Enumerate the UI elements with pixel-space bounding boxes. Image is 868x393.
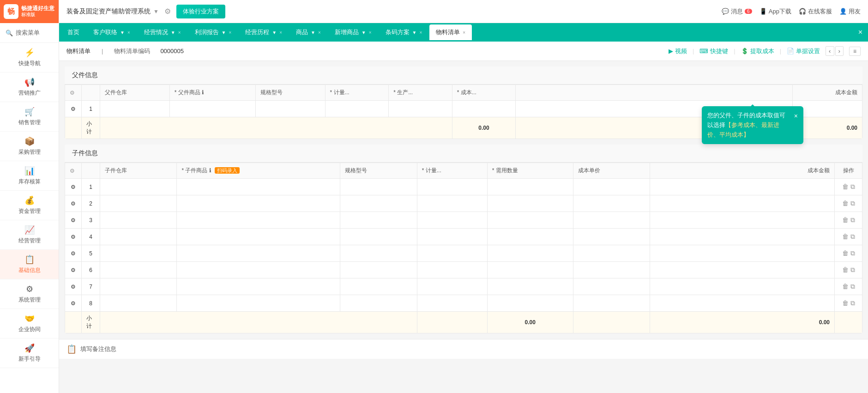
delete-icon[interactable]: 🗑 — [842, 233, 849, 241]
child-row-unit[interactable] — [417, 245, 487, 262]
row-settings-icon[interactable]: ⚙ — [71, 234, 76, 240]
child-settings-icon[interactable]: ⚙ — [70, 168, 75, 174]
child-row-warehouse[interactable] — [100, 295, 177, 312]
delete-icon[interactable]: 🗑 — [842, 200, 849, 207]
row-settings-icon[interactable]: ⚙ — [71, 200, 76, 207]
child-row-qty[interactable] — [487, 229, 573, 245]
child-row-warehouse[interactable] — [100, 278, 177, 295]
tab-new-goods-close[interactable]: × — [369, 30, 372, 35]
next-page-btn[interactable]: › — [835, 46, 844, 56]
child-row-goods[interactable] — [177, 212, 340, 229]
copy-icon[interactable]: ⧉ — [850, 249, 855, 257]
sidebar-item-quicknav[interactable]: ⚡ 快捷导航 — [0, 43, 59, 73]
child-row-unit[interactable] — [417, 278, 487, 295]
child-row-settings[interactable]: ⚙ — [65, 195, 82, 212]
child-row-unit[interactable] — [417, 229, 487, 245]
copy-icon[interactable]: ⧉ — [850, 183, 855, 191]
tab-operations[interactable]: 经营情况 ▼ × — [138, 24, 187, 40]
sidebar-item-collab[interactable]: 🤝 企业协同 — [0, 309, 59, 339]
parent-row1-settings[interactable]: ⚙ — [65, 101, 82, 117]
child-row-unit[interactable] — [417, 262, 487, 278]
copy-icon[interactable]: ⧉ — [850, 216, 855, 224]
child-row-unit[interactable] — [417, 212, 487, 229]
parent-row1-goods[interactable] — [169, 101, 255, 117]
search-menu-btn[interactable]: 🔍 搜索菜单 — [4, 27, 55, 39]
list-view-btn[interactable]: ≡ — [849, 47, 861, 56]
child-row-spec[interactable] — [340, 229, 417, 245]
app-download-btn[interactable]: 📱 App下载 — [760, 7, 791, 16]
tab-goods[interactable]: 商品 ▼ × — [289, 24, 327, 40]
prev-page-btn[interactable]: ‹ — [826, 46, 834, 56]
child-row-unit-price[interactable] — [573, 179, 650, 195]
delete-icon[interactable]: 🗑 — [842, 216, 849, 224]
row-settings-icon[interactable]: ⚙ — [71, 284, 76, 290]
extract-cost-action[interactable]: 💲 提取成本 — [741, 47, 774, 55]
child-row-unit-price[interactable] — [573, 262, 650, 278]
delete-icon[interactable]: 🗑 — [842, 249, 849, 257]
child-row-qty[interactable] — [487, 278, 573, 295]
sidebar-item-system[interactable]: ⚙ 系统管理 — [0, 279, 59, 309]
sidebar-item-purchase[interactable]: 📦 采购管理 — [0, 132, 59, 161]
child-row-unit[interactable] — [417, 195, 487, 212]
child-row-goods[interactable] — [177, 195, 340, 212]
child-row-warehouse[interactable] — [100, 245, 177, 262]
child-row-qty[interactable] — [487, 195, 573, 212]
copy-icon[interactable]: ⧉ — [850, 266, 855, 274]
parent-row1-unit[interactable] — [325, 101, 389, 117]
copy-icon[interactable]: ⧉ — [850, 200, 855, 207]
tab-customer[interactable]: 客户联络 ▼ × — [87, 24, 137, 40]
tab-home[interactable]: 首页 — [61, 24, 86, 40]
child-row-spec[interactable] — [340, 278, 417, 295]
nav-close-all-btn[interactable]: × — [855, 26, 866, 38]
parent-row1-production[interactable] — [389, 101, 452, 117]
child-row-spec[interactable] — [340, 195, 417, 212]
child-row-settings[interactable]: ⚙ — [65, 229, 82, 245]
tab-profit-close[interactable]: × — [229, 30, 231, 35]
online-service-btn[interactable]: 🎧 在线客服 — [799, 7, 832, 16]
child-row-goods[interactable] — [177, 179, 340, 195]
row-settings-icon[interactable]: ⚙ — [71, 184, 76, 190]
child-row-unit-price[interactable] — [573, 212, 650, 229]
child-row-settings[interactable]: ⚙ — [65, 179, 82, 195]
child-row-qty[interactable] — [487, 262, 573, 278]
tooltip-close-btn[interactable]: × — [794, 111, 798, 121]
copy-icon[interactable]: ⧉ — [850, 299, 855, 307]
settings-icon[interactable]: ⚙ — [70, 90, 75, 96]
copy-icon[interactable]: ⧉ — [850, 283, 855, 290]
tab-ops-close[interactable]: × — [178, 30, 181, 35]
child-row-unit-price[interactable] — [573, 278, 650, 295]
child-row-goods[interactable] — [177, 262, 340, 278]
child-row-warehouse[interactable] — [100, 195, 177, 212]
child-row-warehouse[interactable] — [100, 179, 177, 195]
row-settings-icon[interactable]: ⚙ — [71, 267, 76, 273]
child-row-qty[interactable] — [487, 245, 573, 262]
sidebar-item-guide[interactable]: 🚀 新手引导 — [0, 339, 59, 368]
child-row-warehouse[interactable] — [100, 212, 177, 229]
sidebar-item-finance[interactable]: 💰 资金管理 — [0, 191, 59, 220]
sidebar-item-basicinfo[interactable]: 📋 基础信息 — [0, 250, 59, 279]
view-action[interactable]: ▶ 视频 — [669, 47, 687, 55]
parent-row1-spec[interactable] — [255, 101, 325, 117]
single-setting-action[interactable]: 📄 单据设置 — [787, 47, 820, 55]
tab-barcode[interactable]: 条码方案 ▼ × — [379, 24, 429, 40]
parent-row1-warehouse[interactable] — [100, 101, 170, 117]
tab-barcode-close[interactable]: × — [419, 30, 422, 35]
copy-icon[interactable]: ⧉ — [850, 233, 855, 241]
system-selector[interactable]: 装备及固定资产辅助管理系统 ▼ — [66, 7, 159, 16]
child-row-warehouse[interactable] — [100, 262, 177, 278]
scan-badge[interactable]: 扫码录入 — [215, 167, 240, 174]
shortcut-action[interactable]: ⌨ 快捷键 — [699, 47, 728, 55]
sidebar-item-operations[interactable]: 📈 经营管理 — [0, 220, 59, 250]
tab-goods-close[interactable]: × — [318, 30, 321, 35]
parent-row1-cost[interactable] — [452, 101, 516, 117]
tab-history-close[interactable]: × — [279, 30, 282, 35]
delete-icon[interactable]: 🗑 — [842, 283, 849, 290]
child-row-settings[interactable]: ⚙ — [65, 278, 82, 295]
child-row-settings[interactable]: ⚙ — [65, 245, 82, 262]
child-row-goods[interactable] — [177, 229, 340, 245]
child-row-unit-price[interactable] — [573, 245, 650, 262]
child-row-spec[interactable] — [340, 295, 417, 312]
child-row-goods[interactable] — [177, 245, 340, 262]
child-row-settings[interactable]: ⚙ — [65, 262, 82, 278]
child-row-settings[interactable]: ⚙ — [65, 212, 82, 229]
